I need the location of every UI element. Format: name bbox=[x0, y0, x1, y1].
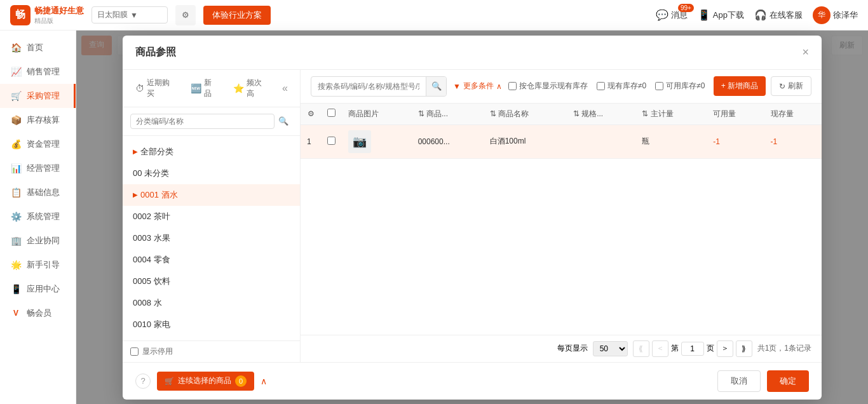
nav-right: 💬 消息 99+ 📱 App下载 🎧 在线客服 华 徐泽华 bbox=[656, 6, 858, 24]
show-disabled-area: 显示停用 bbox=[123, 340, 300, 362]
home-icon: 🏠 bbox=[10, 42, 22, 53]
filter-nonzero-stock-checkbox[interactable] bbox=[597, 82, 605, 90]
collapse-up-button[interactable]: ∧ bbox=[261, 376, 267, 386]
settings-icon[interactable]: ⚙ bbox=[308, 109, 315, 118]
category-item-all[interactable]: ▶ 全部分类 bbox=[123, 141, 300, 163]
product-search-button[interactable]: 🔍 bbox=[426, 77, 446, 96]
select-all-checkbox[interactable] bbox=[327, 109, 336, 117]
pagination-bar: 每页显示 50 100 ⟪ ＜ 页 第 页 bbox=[301, 335, 822, 362]
product-image-placeholder: 📷 bbox=[348, 130, 371, 153]
category-item-water[interactable]: 0008 水 bbox=[123, 292, 300, 314]
category-search-input[interactable] bbox=[130, 114, 275, 129]
logo-area: 畅 畅捷通好生意 精品版 bbox=[10, 5, 84, 25]
col-header-settings: ⚙ bbox=[301, 104, 321, 125]
sidebar-item-home[interactable]: 🏠 首页 bbox=[0, 36, 76, 60]
filter-by-warehouse-checkbox[interactable] bbox=[508, 82, 517, 90]
content-area: 查询 设置 刷新 商品参照 × ⏱ bbox=[76, 30, 868, 404]
confirm-button[interactable]: 确定 bbox=[767, 370, 809, 392]
sidebar-item-apps[interactable]: 📱 应用中心 bbox=[0, 277, 76, 301]
show-disabled-checkbox[interactable] bbox=[130, 347, 139, 356]
cell-code: 000600... bbox=[412, 125, 484, 158]
prev-page-button[interactable]: ＜ bbox=[652, 340, 668, 357]
product-reference-dialog: 商品参照 × ⏱ 近期购买 🆕 新 bbox=[123, 36, 822, 400]
cell-seq: 1 bbox=[301, 125, 321, 158]
inventory-icon: 📦 bbox=[10, 114, 22, 126]
category-item-liquor[interactable]: ▶ 0001 酒水 bbox=[123, 184, 300, 206]
table-row[interactable]: 1 📷 000600... 白酒100ml bbox=[301, 125, 822, 158]
nav-selector[interactable]: 日太阳膜 ▼ bbox=[92, 6, 168, 24]
tab-recent-purchase[interactable]: ⏱ 近期购买 bbox=[130, 75, 180, 102]
category-item-beverages[interactable]: 0005 饮料 bbox=[123, 271, 300, 292]
add-product-button[interactable]: + 新增商品 bbox=[714, 76, 766, 96]
refresh-button[interactable]: ↻ 刷新 bbox=[771, 76, 811, 96]
col-header-name[interactable]: ⇅ 商品名称 bbox=[484, 104, 567, 125]
dialog-footer: ? 🛒 连续选择的商品 0 ∧ 取消 确定 bbox=[123, 362, 822, 400]
filter-nonzero-stock-label[interactable]: 现有库存≠0 bbox=[597, 81, 646, 91]
category-item-fruit[interactable]: 0003 水果 bbox=[123, 227, 300, 249]
page-number-input[interactable] bbox=[681, 342, 704, 356]
category-search-button[interactable]: 🔍 bbox=[275, 112, 292, 130]
tab-high-frequency[interactable]: ⭐ 频次高 bbox=[228, 75, 273, 102]
next-page-button[interactable]: ＞ bbox=[717, 340, 733, 357]
toolbar-right-actions: + 新增商品 ↻ 刷新 bbox=[714, 76, 811, 96]
sidebar-item-sales[interactable]: 📈 销售管理 bbox=[0, 60, 76, 84]
product-table: ⚙ 商品图片 ⇅ 商品... bbox=[301, 104, 822, 159]
cart-button[interactable]: 🛒 连续选择的商品 0 bbox=[157, 372, 254, 391]
sidebar-item-system[interactable]: ⚙️ 系统管理 bbox=[0, 205, 76, 229]
category-item-tea[interactable]: 0002 茶叶 bbox=[123, 206, 300, 227]
sidebar-item-member[interactable]: V 畅会员 bbox=[0, 301, 76, 325]
trial-button[interactable]: 体验行业方案 bbox=[203, 6, 271, 25]
sidebar-item-basic-info[interactable]: 📋 基础信息 bbox=[0, 180, 76, 205]
category-item-uncategorized[interactable]: 00 未分类 bbox=[123, 163, 300, 184]
sidebar-item-guide[interactable]: 🌟 新手引导 bbox=[0, 253, 76, 277]
sidebar-item-operations[interactable]: 📊 经营管理 bbox=[0, 156, 76, 180]
sidebar: 🏠 首页 📈 销售管理 🛒 采购管理 📦 库存核算 💰 资金管理 📊 经营管理 … bbox=[0, 30, 76, 404]
avatar: 华 bbox=[813, 6, 831, 24]
col-header-checkbox bbox=[321, 104, 342, 125]
sidebar-item-enterprise[interactable]: 🏢 企业协同 bbox=[0, 229, 76, 253]
logo-icon: 畅 bbox=[10, 5, 31, 25]
gear-button[interactable]: ⚙ bbox=[175, 5, 196, 25]
cell-name: 白酒100ml bbox=[484, 125, 567, 158]
filter-by-warehouse-label[interactable]: 按仓库显示现有库存 bbox=[508, 81, 588, 91]
first-page-button[interactable]: ⟪ bbox=[633, 340, 649, 357]
cart-icon: 🛒 bbox=[165, 377, 174, 386]
online-service-item[interactable]: 🎧 在线客服 bbox=[754, 9, 803, 21]
col-header-spec[interactable]: ⇅ 规格... bbox=[567, 104, 636, 125]
filter-nonzero-available-checkbox[interactable] bbox=[655, 82, 663, 90]
cell-stock: -1 bbox=[764, 125, 822, 158]
sidebar-item-inventory[interactable]: 📦 库存核算 bbox=[0, 108, 76, 132]
app-download-item[interactable]: 📱 App下载 bbox=[698, 9, 744, 21]
dialog-close-button[interactable]: × bbox=[802, 46, 809, 58]
enterprise-icon: 🏢 bbox=[10, 235, 22, 246]
system-icon: ⚙️ bbox=[10, 211, 22, 222]
collapse-left-panel-button[interactable]: « bbox=[278, 81, 292, 96]
user-avatar-item[interactable]: 华 徐泽华 bbox=[813, 6, 858, 24]
more-conditions-button[interactable]: ▼ 更多条件 ∧ bbox=[453, 81, 502, 91]
dialog-header: 商品参照 × bbox=[123, 36, 822, 70]
category-list: ▶ 全部分类 00 未分类 ▶ 0001 酒水 0002 茶 bbox=[123, 136, 300, 340]
footer-left: ? 🛒 连续选择的商品 0 ∧ bbox=[135, 372, 267, 391]
help-button[interactable]: ? bbox=[135, 374, 151, 389]
sidebar-item-finance[interactable]: 💰 资金管理 bbox=[0, 132, 76, 156]
col-header-code[interactable]: ⇅ 商品... bbox=[412, 104, 484, 125]
finance-icon: 💰 bbox=[10, 138, 22, 150]
dialog-overlay: 商品参照 × ⏱ 近期购买 🆕 新 bbox=[76, 30, 868, 404]
row-checkbox[interactable] bbox=[327, 137, 336, 145]
logo-text: 畅捷通好生意 精品版 bbox=[34, 5, 84, 25]
category-search-area: 🔍 bbox=[123, 107, 300, 136]
page-size-select[interactable]: 50 100 bbox=[593, 341, 628, 356]
filter-nonzero-available-label[interactable]: 可用库存≠0 bbox=[655, 81, 705, 91]
cell-unit: 瓶 bbox=[635, 125, 707, 158]
sidebar-item-purchase[interactable]: 🛒 采购管理 bbox=[0, 84, 76, 108]
category-item-snacks[interactable]: 0004 零食 bbox=[123, 249, 300, 271]
product-search-input[interactable] bbox=[311, 79, 426, 94]
category-item-appliances[interactable]: 0010 家电 bbox=[123, 314, 300, 335]
cancel-button[interactable]: 取消 bbox=[717, 370, 761, 392]
last-page-button[interactable]: ⟫ bbox=[736, 340, 752, 357]
col-header-unit[interactable]: ⇅ 主计量 bbox=[635, 104, 707, 125]
tab-new-products[interactable]: 🆕 新品 bbox=[186, 75, 223, 102]
col-header-image: 商品图片 bbox=[342, 104, 412, 125]
recent-icon: ⏱ bbox=[135, 83, 144, 93]
messages-item[interactable]: 💬 消息 99+ bbox=[656, 9, 688, 21]
